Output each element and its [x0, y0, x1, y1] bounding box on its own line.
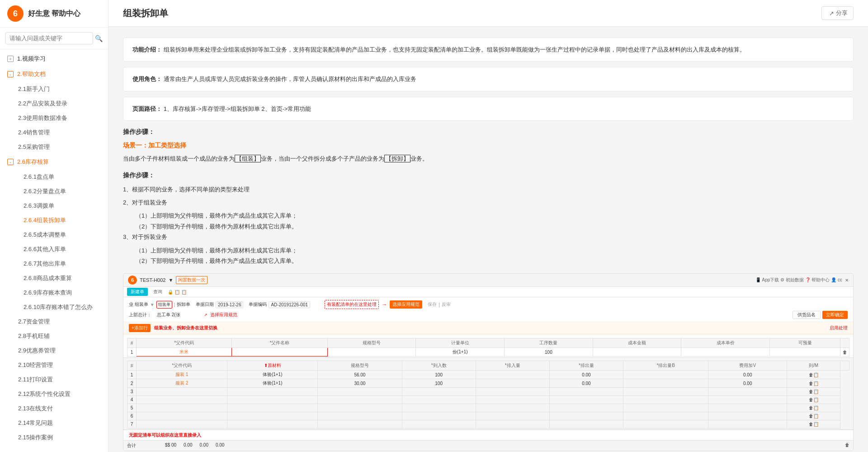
scene1-desc: 当由多个子件材料组装成一个成品的业务为【组装】业务，当由一个父件拆分成多个子产品…: [123, 153, 854, 164]
mock-logo: 6: [128, 276, 137, 285]
annot2-arrow: ↗: [204, 313, 208, 317]
intro-text: 组装拆卸单用来处理企业组装或拆卸等加工业务，支持有固定装配清单的产品加工业务，也…: [164, 46, 745, 53]
step-2-sub2: （2）下部明细为子件明细，最终作为原材料生成其它出库单。: [136, 221, 854, 232]
mock-search-input2: 供货品名: [793, 311, 821, 319]
path-block: 页面路径： 1、库存核算->库存管理->组装拆卸单 2、首页->常用功能: [123, 97, 854, 121]
step-3: 3、对于拆装业务: [123, 232, 854, 242]
intro-block: 功能介绍： 组装拆卸单用来处理企业组装或拆卸等加工业务，支持有固定装配清单的产品…: [123, 38, 854, 62]
mock-annot2-area: ↗ 选择应用规范: [204, 312, 237, 318]
sidebar-item-docs[interactable]: - 2.帮助文档: [0, 67, 108, 82]
sidebar: 6 好生意 帮助中心 🔍 + 1.视频学习 - 2.帮助文档 2.1新手入门 2…: [0, 0, 108, 452]
mock-nav-icons: 🔒 📋 📋: [168, 290, 187, 295]
path-label: 页面路径：: [132, 105, 162, 112]
step-1: 1、根据不同的业务，选择不同单据的类型来处理: [123, 184, 854, 195]
sidebar-item-docs-263[interactable]: 2.6.3调拨单: [0, 199, 108, 213]
main-content: 组装拆卸单 ↗ 分享 功能介绍： 组装拆卸单用来处理企业组装或拆卸等加工业务，支…: [108, 0, 868, 452]
sidebar-item-docs-23[interactable]: 2.3使用前数据准备: [0, 111, 108, 125]
site-title: 好生意 帮助中心: [28, 9, 80, 19]
ops-title: 操作步骤：: [123, 128, 854, 136]
mock-top-table: # *父件代码 *父件名称 规格型号 计量单位 工序数量 成本金额 成本单价 可…: [127, 338, 849, 357]
collapse-icon-26: -: [7, 159, 14, 165]
step-3-sub2: （2）下部明细为子件明细，最终作为产成品生成其它入库单。: [136, 256, 854, 266]
mock-annot3-bar: +添加行 组装业务、拆卸业务在这里切换 启用处理: [123, 322, 853, 334]
nav-section: + 1.视频学习 - 2.帮助文档 2.1新手入门 2.2产品安装及登录 2.3…: [0, 49, 108, 447]
sidebar-item-label: 2.6库存核算: [17, 158, 49, 166]
content-area: 功能介绍： 组装拆卸单用来处理企业组装或拆卸等加工业务，支持有固定装配清单的产品…: [108, 27, 868, 452]
scene1-title: 场景一：加工类型选择: [123, 142, 854, 150]
sidebar-item-docs-24[interactable]: 2.4销售管理: [0, 125, 108, 140]
sidebar-item-video[interactable]: + 1.视频学习: [0, 51, 108, 67]
sidebar-item-docs-25[interactable]: 2.5采购管理: [0, 140, 108, 154]
path-text: 1、库存核算->库存管理->组装拆卸单 2、首页->常用功能: [164, 105, 311, 112]
role-block: 使用角色： 通常由生产人员或库管人员完成折装业务的操作，库管人员确认原材料的出库…: [123, 67, 854, 91]
sidebar-item-docs-212[interactable]: 2.12系统个性化设置: [0, 387, 108, 401]
sidebar-item-docs-28[interactable]: 2.8手机旺辅: [0, 329, 108, 343]
sidebar-item-docs-26[interactable]: - 2.6库存核算: [0, 154, 108, 170]
sidebar-item-label: 2.帮助文档: [17, 70, 46, 78]
share-icon: ↗: [829, 10, 834, 17]
mock-close: ✕: [845, 278, 849, 283]
mock-form-btns: 保存 | 反审: [428, 301, 451, 308]
collapse-icon: -: [7, 71, 14, 77]
mock-nav-tab-active: 新建单: [127, 288, 148, 296]
sidebar-item-docs-265[interactable]: 2.6.5成本调整单: [0, 228, 108, 242]
page-title: 组装拆卸单: [123, 7, 168, 19]
mock-bottom-table-header: # *父件代码 ⬆原材料 规格型号 *到入数 *排入量 *排出量 *排出量B 费…: [127, 361, 849, 428]
sidebar-item-docs-269[interactable]: 2.6.9库存账本查询: [0, 285, 108, 300]
sidebar-item-docs-29[interactable]: 2.9优惠券管理: [0, 343, 108, 358]
mock-annot5-bar: 无固定清单可以组织在这里直接录入: [123, 430, 853, 440]
arrow-right: →: [382, 301, 387, 308]
sidebar-header: 6 好生意 帮助中心: [0, 0, 108, 28]
step-3-sub1: （1）上部明细为父件明细，最终作为原材料生成其它出库单；: [136, 245, 854, 256]
sidebar-item-docs-213[interactable]: 2.13在线支付: [0, 401, 108, 416]
sidebar-item-docs-22[interactable]: 2.2产品安装及登录: [0, 96, 108, 111]
mock-test-id: TEST-H002: [140, 277, 165, 283]
mock-form-total: 总工单 2(张: [157, 312, 180, 318]
sidebar-item-docs-268[interactable]: 2.6.8商品成本重算: [0, 271, 108, 285]
expand-icon: +: [7, 56, 14, 62]
mock-icons: 📱 App下载 ⚙ 初始数据 ❓ 帮助中心 👤 cc: [755, 277, 842, 283]
annot4-text: 启用处理: [830, 325, 848, 331]
steps-list: 1、根据不同的业务，选择不同单据的类型来处理 2、对于组装业务 （1）上部明细为…: [123, 184, 854, 266]
mock-dropdown: ▼: [168, 277, 173, 283]
mock-select-btn: 选择应用规范: [390, 300, 422, 309]
logo-icon: 6: [7, 5, 24, 22]
mock-add-row: +添加行: [129, 324, 151, 332]
main-header: 组装拆卸单 ↗ 分享: [108, 0, 868, 27]
share-label: 分享: [836, 9, 848, 17]
search-button[interactable]: 🔍: [95, 35, 103, 42]
sidebar-item-docs-261[interactable]: 2.6.1盘点单: [0, 170, 108, 184]
search-box: 🔍: [0, 28, 108, 49]
sidebar-item-docs-21[interactable]: 2.1新手入门: [0, 82, 108, 96]
ops-steps-title: 操作步骤：: [123, 171, 854, 180]
role-label: 使用角色：: [132, 76, 162, 82]
sidebar-item-docs-264[interactable]: 2.6.4组装拆卸单: [0, 213, 108, 228]
sidebar-item-docs-210[interactable]: 2.10经营管理: [0, 358, 108, 372]
sidebar-item-docs-267[interactable]: 2.6.7其他出库单: [0, 257, 108, 271]
mock-nav-tab: 查询: [150, 288, 166, 296]
mock-form-num: 单据编码 AD-20191226-001: [249, 301, 310, 308]
mock-footer: 合计 $$ 00 0.00 0.00 0.00 🗑: [123, 440, 853, 451]
sidebar-item-docs-266[interactable]: 2.6.6其他入库单: [0, 242, 108, 257]
mock-form-date: 单据日期 2019-12-26: [196, 301, 243, 308]
mock-confirm-btn-area: 供货品名 立即确定: [793, 311, 848, 319]
step-2-sub1: （1）上部明细为父件明细，最终作为产成品生成其它入库单；: [136, 210, 854, 221]
sidebar-item-docs-214[interactable]: 2.14常见问题: [0, 416, 108, 430]
search-input[interactable]: [5, 32, 93, 44]
sidebar-item-docs-2610[interactable]: 2.6.10库存账本错了怎么办: [0, 300, 108, 314]
sidebar-item-docs-27[interactable]: 2.7资金管理: [0, 314, 108, 329]
share-button[interactable]: ↗ 分享: [821, 6, 854, 20]
sidebar-item-docs-215[interactable]: 2.15操作案例: [0, 430, 108, 445]
annot3-text: 组装业务、拆卸业务在这里切换: [154, 325, 217, 331]
mock-form-label: 上部总计：: [129, 312, 151, 318]
intro-label: 功能介绍：: [132, 46, 162, 53]
mock-confirm-btn: 立即确定: [822, 311, 848, 319]
sidebar-item-label: 1.视频学习: [17, 55, 46, 63]
mock-form-type: 业 组装单 ▼ 组装单 | 拆卸单: [129, 301, 190, 309]
mock-annot1-area: 有装配清单的在这里处理 → 选择应用规范: [325, 300, 422, 309]
sidebar-item-docs-262[interactable]: 2.6.2分量盘点单: [0, 184, 108, 199]
sidebar-item-docs-211[interactable]: 2.11打印设置: [0, 372, 108, 387]
step-2: 2、对于组装业务: [123, 197, 854, 208]
annot5-text: 无固定清单可以组织在这里直接录入: [129, 432, 201, 438]
annot1-text: 有装配清单的在这里处理: [325, 300, 379, 309]
